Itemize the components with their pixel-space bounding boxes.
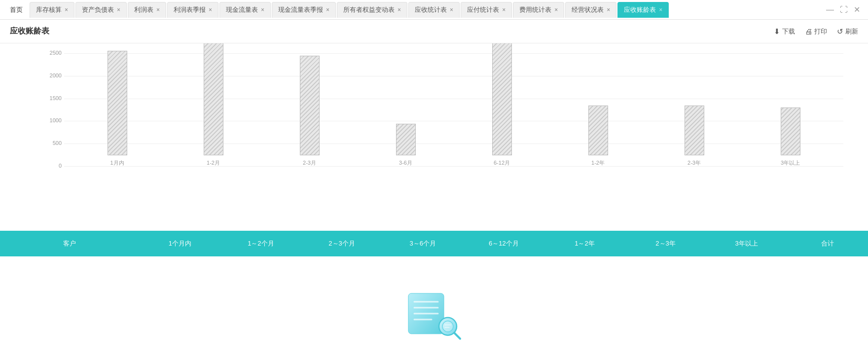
col-header-total: 合计	[787, 239, 868, 248]
page-title: 应收账龄表	[10, 26, 49, 36]
bar-group-5: 1-2年	[588, 106, 608, 167]
bar-group-3: 3-6月	[396, 124, 416, 167]
bar-7	[781, 107, 800, 155]
window-controls: — ⛶ ✕	[826, 5, 864, 14]
tab-expense-stats[interactable]: 费用统计表×	[513, 2, 564, 18]
y-axis-label-5: 0	[42, 163, 62, 169]
tab-balance-sheet[interactable]: 资产负债表×	[75, 2, 127, 18]
bar-group-7: 3年以上	[781, 107, 800, 167]
bar-4	[492, 43, 512, 155]
tab-profit-quarterly[interactable]: 利润表季报×	[167, 2, 218, 18]
main-content: 25002000150010005000 1月内1-2月2-3月3-6月6-12…	[0, 43, 868, 355]
tab-close-business-status[interactable]: ×	[607, 6, 610, 13]
y-axis-label-0: 2500	[42, 50, 62, 56]
header-actions: ⬇ 下载 🖨 打印 ↺ 刷新	[774, 27, 858, 36]
col-header-3to6m: 3～6个月	[382, 239, 463, 248]
tab-inventory[interactable]: 库存核算×	[30, 2, 74, 18]
tab-close-cashflow[interactable]: ×	[261, 6, 264, 13]
bar-label-0: 1月内	[110, 159, 124, 167]
close-button[interactable]: ✕	[854, 5, 860, 14]
print-icon: 🖨	[805, 27, 812, 36]
bar-2	[300, 56, 320, 155]
col-header-over3y: 3年以上	[706, 239, 787, 248]
y-axis-label-1: 2000	[42, 72, 62, 78]
col-header-2to3y: 2～3年	[625, 239, 706, 248]
bar-group-1: 1-2月	[204, 43, 223, 167]
tab-close-receivable-aging[interactable]: ×	[659, 6, 662, 13]
bar-label-6: 2-3年	[687, 159, 701, 167]
bar-1	[204, 43, 223, 155]
tab-bar: 首页库存核算×资产负债表×利润表×利润表季报×现金流量表×现金流量表季报×所有者…	[0, 0, 868, 20]
tab-close-balance-sheet[interactable]: ×	[117, 6, 120, 13]
tab-equity[interactable]: 所有者权益变动表×	[337, 2, 407, 18]
y-axis-label-2: 1500	[42, 95, 62, 101]
refresh-button[interactable]: ↺ 刷新	[837, 27, 858, 36]
bar-group-6: 2-3年	[685, 106, 704, 167]
tab-home[interactable]: 首页	[4, 2, 29, 18]
bar-group-4: 6-12月	[492, 43, 512, 167]
tab-close-receivable-stats[interactable]: ×	[450, 6, 453, 13]
bar-label-5: 1-2年	[591, 159, 605, 167]
tab-close-equity[interactable]: ×	[398, 6, 401, 13]
bar-label-1: 1-2月	[207, 159, 220, 167]
bar-6	[685, 106, 704, 155]
svg-line-7	[454, 333, 460, 339]
tab-close-payable-stats[interactable]: ×	[502, 6, 506, 13]
col-header-2to3m: 2～3个月	[301, 239, 382, 248]
download-icon: ⬇	[774, 27, 780, 36]
bar-label-4: 6-12月	[494, 159, 510, 167]
col-header-1to2m: 1～2个月	[220, 239, 301, 248]
tab-close-inventory[interactable]: ×	[65, 6, 68, 13]
download-button[interactable]: ⬇ 下载	[774, 27, 795, 36]
tab-receivable-aging[interactable]: 应收账龄表×	[617, 2, 669, 18]
tab-receivable-stats[interactable]: 应收统计表×	[408, 2, 460, 18]
tab-profit[interactable]: 利润表×	[128, 2, 166, 18]
maximize-button[interactable]: ⛶	[840, 5, 848, 14]
col-header-within1m: 1个月内	[140, 239, 220, 248]
tab-cashflow[interactable]: 现金流量表×	[219, 2, 271, 18]
minimize-button[interactable]: —	[826, 5, 834, 14]
y-axis-label-4: 500	[42, 140, 62, 146]
page-header: 应收账龄表 ⬇ 下载 🖨 打印 ↺ 刷新	[0, 20, 868, 43]
bar-group-0: 1月内	[108, 51, 127, 167]
tab-business-status[interactable]: 经营状况表×	[565, 2, 616, 18]
y-axis-label-3: 1000	[42, 117, 62, 123]
bar-label-3: 3-6月	[399, 159, 412, 167]
col-header-6to12m: 6～12个月	[463, 239, 544, 248]
empty-illustration	[404, 291, 464, 340]
tab-close-cashflow-quarterly[interactable]: ×	[326, 6, 329, 13]
refresh-icon: ↺	[837, 27, 843, 36]
bar-0	[108, 51, 127, 155]
tab-payable-stats[interactable]: 应付统计表×	[461, 2, 512, 18]
tab-close-profit[interactable]: ×	[156, 6, 160, 13]
bar-label-7: 3年以上	[781, 159, 800, 167]
tab-close-expense-stats[interactable]: ×	[554, 6, 558, 13]
empty-state	[404, 281, 464, 340]
bar-3	[396, 124, 416, 155]
bar-label-2: 2-3月	[303, 159, 316, 167]
table-header: 客户1个月内1～2个月2～3个月3～6个月6～12个月1～2年2～3年3年以上合…	[0, 231, 868, 256]
bar-5	[588, 106, 608, 155]
tab-cashflow-quarterly[interactable]: 现金流量表季报×	[272, 2, 336, 18]
table-body	[0, 256, 868, 355]
col-header-1to2y: 1～2年	[544, 239, 625, 248]
tab-close-profit-quarterly[interactable]: ×	[209, 6, 212, 13]
bar-group-2: 2-3月	[300, 56, 320, 167]
svg-point-6	[442, 321, 453, 332]
col-header-customer: 客户	[0, 239, 140, 248]
chart-area: 25002000150010005000 1月内1-2月2-3月3-6月6-12…	[0, 43, 868, 231]
print-button[interactable]: 🖨 打印	[805, 27, 827, 36]
